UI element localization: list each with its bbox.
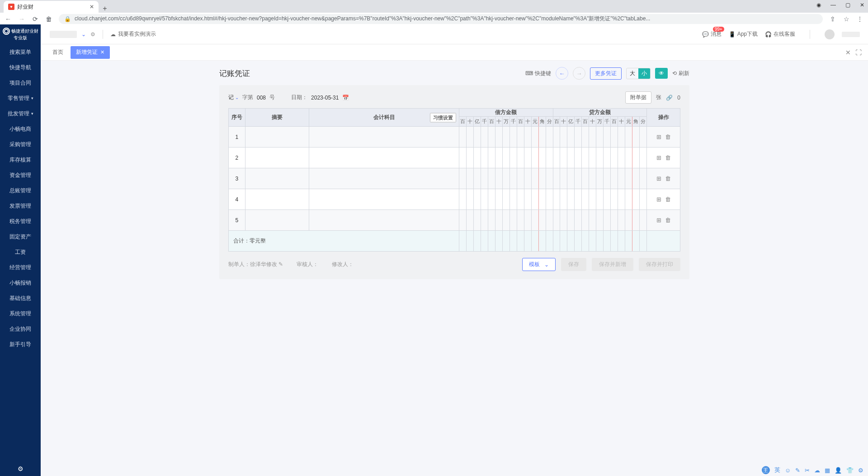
amount-cell[interactable] — [459, 189, 466, 210]
amount-cell[interactable] — [632, 210, 640, 231]
amount-cell[interactable] — [604, 148, 611, 168]
sidebar-item[interactable]: 发票管理 — [0, 198, 41, 214]
amount-cell[interactable] — [582, 127, 589, 148]
ime-gear-icon[interactable]: ⚙ — [858, 467, 863, 474]
amount-cell[interactable] — [517, 148, 524, 168]
amount-cell[interactable] — [481, 189, 488, 210]
amount-cell[interactable] — [459, 168, 466, 189]
account-cell[interactable] — [309, 210, 459, 231]
summary-cell[interactable] — [245, 189, 309, 210]
amount-cell[interactable] — [596, 210, 604, 231]
size-toggle[interactable]: 大 小 — [626, 68, 651, 79]
amount-cell[interactable] — [596, 127, 604, 148]
calendar-icon[interactable]: 📅 — [342, 95, 349, 101]
sidebar-item[interactable]: 工资 — [0, 244, 41, 260]
amount-cell[interactable] — [466, 127, 473, 148]
reload-icon[interactable]: ⟳ — [32, 15, 39, 23]
prev-button[interactable]: ← — [556, 67, 568, 80]
amount-cell[interactable] — [618, 168, 625, 189]
amount-cell[interactable] — [618, 127, 625, 148]
sidebar-item[interactable]: 企业协同 — [0, 321, 41, 337]
refresh-button[interactable]: ⟲刷新 — [672, 70, 689, 77]
amount-cell[interactable] — [575, 168, 582, 189]
amount-cell[interactable] — [531, 189, 538, 210]
amount-cell[interactable] — [538, 168, 546, 189]
new-tab-button[interactable]: + — [99, 5, 111, 13]
sidebar-item[interactable]: 资金管理 — [0, 167, 41, 183]
amount-cell[interactable] — [466, 148, 473, 168]
size-big[interactable]: 大 — [627, 68, 638, 79]
amount-cell[interactable] — [459, 127, 466, 148]
amount-cell[interactable] — [495, 168, 502, 189]
voucher-number[interactable]: 008 — [257, 95, 266, 101]
amount-cell[interactable] — [538, 189, 546, 210]
amount-cell[interactable] — [632, 148, 640, 168]
amount-cell[interactable] — [517, 189, 524, 210]
amount-cell[interactable] — [553, 148, 560, 168]
amount-cell[interactable] — [546, 168, 553, 189]
sidebar-item[interactable]: 采购管理 — [0, 137, 41, 152]
amount-cell[interactable] — [596, 168, 604, 189]
amount-cell[interactable] — [604, 127, 611, 148]
amount-cell[interactable] — [459, 148, 466, 168]
amount-cell[interactable] — [531, 168, 538, 189]
next-button[interactable]: → — [573, 67, 585, 80]
amount-cell[interactable] — [509, 168, 517, 189]
copy-icon[interactable]: ⊞ — [656, 175, 661, 182]
amount-cell[interactable] — [473, 168, 481, 189]
copy-icon[interactable]: ⊞ — [656, 217, 661, 224]
settings-gear-icon[interactable]: ⚙ — [0, 465, 41, 472]
more-voucher-button[interactable]: 更多凭证 — [590, 67, 622, 80]
amount-cell[interactable] — [560, 168, 567, 189]
amount-cell[interactable] — [524, 127, 531, 148]
sidebar-item[interactable]: 小畅电商 — [0, 121, 41, 137]
amount-cell[interactable] — [611, 189, 618, 210]
summary-cell[interactable] — [245, 210, 309, 231]
amount-cell[interactable] — [531, 127, 538, 148]
maximize-icon[interactable]: ▢ — [844, 2, 851, 8]
edit-icon[interactable]: ✎ — [278, 261, 283, 267]
amount-cell[interactable] — [509, 189, 517, 210]
amount-cell[interactable] — [618, 210, 625, 231]
amount-cell[interactable] — [473, 189, 481, 210]
sidebar-item[interactable]: 快捷导航 — [0, 60, 41, 75]
amount-cell[interactable] — [495, 210, 502, 231]
amount-cell[interactable] — [560, 127, 567, 148]
amount-cell[interactable] — [582, 189, 589, 210]
amount-cell[interactable] — [604, 189, 611, 210]
amount-cell[interactable] — [495, 148, 502, 168]
fullscreen-icon[interactable]: ⛶ — [855, 49, 862, 56]
amount-cell[interactable] — [640, 168, 647, 189]
amount-cell[interactable] — [582, 148, 589, 168]
summary-cell[interactable] — [245, 148, 309, 168]
amount-cell[interactable] — [466, 210, 473, 231]
amount-cell[interactable] — [625, 127, 632, 148]
preview-button[interactable]: 👁 — [655, 68, 668, 79]
star-icon[interactable]: ☆ — [843, 15, 850, 23]
amount-cell[interactable] — [560, 189, 567, 210]
menu-icon[interactable]: ⋮ — [856, 15, 863, 23]
amount-cell[interactable] — [502, 210, 509, 231]
sidebar-item[interactable]: 搜索菜单 — [0, 44, 41, 60]
ime-lang[interactable]: 英 — [774, 466, 780, 474]
copy-icon[interactable]: ⊞ — [656, 196, 661, 203]
sidebar-item[interactable]: 固定资产 — [0, 229, 41, 244]
sidebar-item[interactable]: 基础信息 — [0, 290, 41, 306]
sidebar-item[interactable]: 系统管理 — [0, 306, 41, 321]
amount-cell[interactable] — [531, 210, 538, 231]
amount-cell[interactable] — [640, 210, 647, 231]
amount-cell[interactable] — [517, 168, 524, 189]
amount-cell[interactable] — [509, 127, 517, 148]
ime-scissors-icon[interactable]: ✂ — [805, 467, 810, 474]
amount-cell[interactable] — [567, 210, 575, 231]
amount-cell[interactable] — [509, 210, 517, 231]
sidebar-item[interactable]: 批发管理 — [0, 106, 41, 121]
amount-cell[interactable] — [502, 127, 509, 148]
amount-cell[interactable] — [488, 189, 495, 210]
amount-cell[interactable] — [466, 189, 473, 210]
amount-cell[interactable] — [553, 127, 560, 148]
sidebar-item[interactable]: 零售管理 — [0, 90, 41, 106]
back-icon[interactable]: ← — [5, 15, 12, 23]
tab-close-icon[interactable]: ✕ — [90, 4, 94, 10]
amount-cell[interactable] — [618, 189, 625, 210]
